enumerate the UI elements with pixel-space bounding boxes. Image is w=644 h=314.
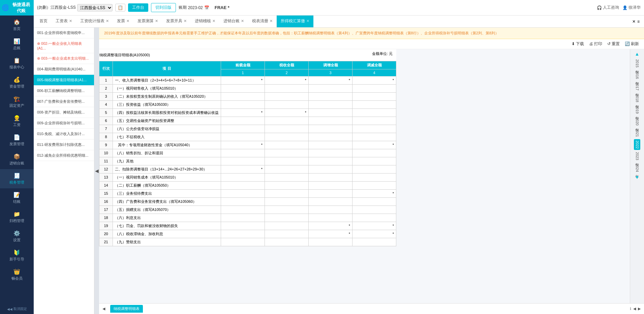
sidebar-item-vip[interactable]: 👑 畅会员 [0,265,34,284]
scroll-right-table-icon[interactable]: ▶ [638,307,641,311]
tab-close-icon[interactable]: ✕ [155,19,158,23]
bottom-tab-active[interactable]: 纳税调整明细表 [110,305,143,313]
left-panel-item-008[interactable]: 008-资产折旧、摊销及纳税... [34,107,94,118]
left-panel-item-004[interactable]: 004-期间费用明细表(A1040... [34,64,94,75]
tab-close-icon[interactable]: ✕ [126,19,129,23]
tab-label: 税表清册 [252,18,268,24]
sidebar-item-label: 进销台账 [9,161,24,166]
service-button[interactable]: 🎧 人工咨询 [597,5,619,10]
col-header-c4: 调减全额 [352,61,396,69]
download-button[interactable]: ⬇ 下载 [572,41,584,47]
sidebar-item-reports[interactable]: 📋 报表中心 [0,54,34,73]
sidebar-item-stock[interactable]: 📦 进销台账 [0,150,34,169]
tab-close-icon[interactable]: ✕ [184,19,187,23]
reset-button[interactable]: ↺ 重置 [607,41,620,47]
table-row: 6 （五）交易性金融资产初始投资调整 [99,117,396,125]
sidebar-item-label: 归档管理 [9,218,24,223]
sidebar-item-archive[interactable]: 📁 归档管理 [0,208,34,227]
tab-home[interactable]: 首页 [35,15,52,27]
sidebar-item-home[interactable]: 🏠 首页 [0,15,34,35]
tab-close-icon[interactable]: ✕ [306,19,309,23]
year-btn-2015[interactable]: 2015年 [634,58,640,69]
tab-invoice[interactable]: 发票 ✕ [113,15,133,27]
year-btn-2022[interactable]: 2022年 [634,139,640,150]
calendar-icon[interactable]: 📅 [204,5,209,10]
left-panel-item-006[interactable]: 006-职工薪酬纳税调整明细... [34,86,94,96]
tab-invoice-calc[interactable]: 发票测算 ✕ [133,15,162,27]
table-row: 5 （四）按权益法核算长期股权投资对初始投资成本调整确认收益 * * [99,108,396,117]
left-panel-item-005[interactable]: 005-纳税调整项目明细表(A1... [34,75,94,86]
workbench-button[interactable]: 工作台 [128,3,148,12]
sidebar-item-label: 畅会员 [11,276,23,281]
sidebar-item-salary[interactable]: 👷 工资 [0,112,34,131]
year-btn-2018[interactable]: 2018年 [634,93,640,103]
headset-icon: 🎧 [597,5,602,10]
year-btn-2020[interactable]: 2020年 [634,116,640,127]
table-row: 2 （一）视同销售收入（填写A105010） [99,84,396,92]
left-panel-item-001[interactable]: 001-企业所得税年度纳税申... [34,28,94,38]
sidebar-item-tax[interactable]: 🧾 税务管理 [0,169,34,188]
year-btn-2024[interactable]: 2024年 [634,162,640,173]
copy-button[interactable]: 📋 [115,4,125,11]
tab-invoice-issue[interactable]: 发票开具 ✕ [162,15,191,27]
assets-icon: 🏗️ [13,96,20,102]
company-dropdown[interactable]: 江西股金-LSS [77,4,113,11]
left-panel-item-009[interactable]: 009-企业所得税弥补亏损明... [34,118,94,129]
year-scroll: ▲ 2015年 2016年 2017年 2018年 2019年 2020年 20… [630,49,644,304]
col-num-4: 4 [352,69,396,76]
tab-income-tax[interactable]: 所得税汇算缴 ✕ [277,15,313,27]
left-panel-item-007[interactable]: 007-广告费和业务宣传费明... [34,96,94,107]
year-btn-2019[interactable]: 2019年 [634,104,640,115]
scroll-left-icon[interactable]: ◀ [102,307,105,311]
tab-close-icon[interactable]: ✕ [212,19,215,23]
sidebar-item-funds[interactable]: 💰 资金管理 [0,73,34,92]
avatar: 👤 [622,5,627,10]
year-scroll-down[interactable]: ▼ [634,174,640,181]
tab-salary[interactable]: 工资表 ✕ [52,15,76,27]
left-panel-item-003[interactable]: ⊗ 003-一般企业成本支出明细... [34,53,94,64]
tab-stock-ledger[interactable]: 进销台账 ✕ [219,15,248,27]
unit-cell: 金额单位: 元 [221,49,396,58]
user-menu[interactable]: 👤 徐泽华 [622,5,641,10]
scroll-left-table-icon[interactable]: ◀ [633,307,636,311]
tab-close-icon[interactable]: ✕ [241,19,244,23]
table-row [99,58,396,61]
sidebar-item-close[interactable]: 📝 结账 [0,188,34,208]
sidebar-item-settings[interactable]: ⚙️ 设置 [0,227,34,246]
left-panel-item-002[interactable]: ⊗ 002-一般企业收入明细表(A1... [34,38,94,53]
tab-tax-forms[interactable]: 税表清册 ✕ [248,15,277,27]
tab-salary-stats[interactable]: 工资统计报表 ✕ [76,15,113,27]
table-row: 12 二、扣除类调整项目（13+14+...24+26+27+28+29+30）… [99,165,396,173]
col-header-c1: 账载金额 [221,61,265,69]
print-button[interactable]: 🖨 打印 [589,41,602,47]
close-all-icon[interactable]: ✕ [632,19,636,24]
sidebar-item-label: 固定资产 [9,103,24,108]
year-btn-2017[interactable]: 2017年 [634,81,640,92]
year-btn-2016[interactable]: 2016年 [634,69,640,80]
left-panel-item-012[interactable]: 012-减免企业所得税优惠明细... [34,150,94,161]
bottom-info-icon: ℹ [630,307,631,311]
sidebar-item-invoice[interactable]: 📄 发票管理 [0,131,34,150]
panel-collapse-toggle[interactable]: ◀ [94,28,99,314]
tab-close-icon[interactable]: ✕ [270,19,273,23]
sidebar-item-ledger[interactable]: 📊 总账 [0,35,34,54]
topbar: (勿删）江西股金-LSS 江西股金-LSS 📋 工作台 切到旧版 账期 2023… [34,0,644,15]
year-btn-2023[interactable]: 2023年 [634,151,640,161]
tab-close-icon[interactable]: ✕ [106,19,109,23]
year-btn-2021[interactable]: 2021年 [634,127,640,138]
sidebar-item-guide[interactable]: 🔰 新手引导 [0,246,34,265]
sidebar-pin-toggle[interactable]: ◀◀ 取消固定 [5,304,29,314]
refresh-button[interactable]: 🔄 刷新 [625,41,639,47]
tabsbar: 首页 工资表 ✕ 工资统计报表 ✕ 发票 ✕ 发票测算 ✕ 发票开具 ✕ 进销稽… [34,15,644,28]
tab-close-icon[interactable]: ✕ [69,19,72,23]
oldver-button[interactable]: 切到旧版 [151,3,176,12]
tab-stock-check[interactable]: 进销稽核 ✕ [191,15,219,27]
table-row: 19 （七）罚金、罚款和被没收财物的损失 * * [99,222,396,230]
pin-label: 取消固定 [13,307,27,311]
sidebar-item-assets[interactable]: 🏗️ 固定资产 [0,92,34,112]
year-scroll-up[interactable]: ▲ [634,51,640,57]
table-scroll[interactable]: 纳税调整项目明细表(A105000) 金额单位: 元 行次 [99,49,630,304]
tab-menu-icon[interactable]: ≡ [637,19,640,24]
left-panel-item-011[interactable]: 011-研发费用加计扣除优惠... [34,139,94,150]
left-panel-item-010[interactable]: 010-免税、减计收入及加计... [34,129,94,139]
